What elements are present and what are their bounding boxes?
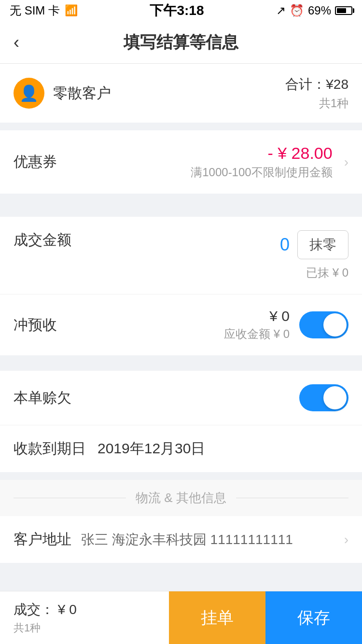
coupon-row[interactable]: 优惠券 - ¥ 28.00 满1000-100不限制使用金额 › [0, 130, 362, 194]
logistics-line-left [14, 498, 126, 498]
logistics-sep [0, 472, 362, 480]
battery-icon [335, 6, 352, 15]
wifi-icon: 📶 [65, 4, 78, 17]
prepay-row: 冲预收 ¥ 0 应收金额 ¥ 0 [0, 294, 362, 355]
status-left: 无 SIM 卡 📶 [10, 3, 78, 18]
debt-toggle-knob [323, 386, 347, 409]
coupon-label: 优惠券 [14, 152, 57, 172]
coupon-discount: - ¥ 28.00 [191, 144, 332, 163]
bottom-transaction-value: ¥ 0 [58, 602, 77, 617]
carrier-text: 无 SIM 卡 [10, 3, 60, 18]
bottom-bar: 成交： ¥ 0 共1种 挂单 保存 [0, 591, 362, 644]
prepay-receivable: 应收金额 ¥ 0 [224, 326, 290, 342]
date-row: 收款到期日 2019年12月30日 [0, 425, 362, 472]
avatar-icon: 👤 [19, 84, 39, 102]
logistics-title: 物流 & 其他信息 [136, 490, 226, 506]
chevron-right-icon: › [344, 154, 348, 170]
customer-total: 合计：¥28 [285, 75, 348, 94]
transaction-sub-row: 已抹 ¥ 0 [0, 259, 362, 294]
bottom-transaction-label: 成交： [14, 602, 54, 617]
round-zero-button[interactable]: 抹零 [297, 230, 348, 259]
coupon-card: 优惠券 - ¥ 28.00 满1000-100不限制使用金额 › [0, 130, 362, 194]
prepay-amount: ¥ 0 [224, 308, 290, 324]
customer-count: 共1种 [285, 96, 348, 111]
logistics-line-right [236, 498, 348, 498]
customer-name: 零散客户 [53, 84, 111, 103]
location-icon: ↗ [276, 4, 286, 17]
transaction-value: 0 [280, 235, 290, 255]
pending-button[interactable]: 挂单 [169, 591, 265, 644]
due-date-label: 收款到期日 [14, 439, 86, 459]
status-right: ↗ ⏰ 69% [276, 4, 352, 17]
transaction-section-sep [0, 201, 362, 209]
transaction-row: 成交金额 0 抹零 [0, 217, 362, 259]
bottom-count: 共1种 [14, 621, 155, 635]
address-row[interactable]: 客户地址 张三 海淀永丰科技园 11111111111 › [0, 516, 362, 563]
status-time: 下午3:18 [150, 1, 204, 20]
address-value: 张三 海淀永丰科技园 11111111111 [81, 531, 340, 549]
transaction-label: 成交金额 [14, 230, 71, 250]
toggle-knob [323, 313, 347, 336]
customer-row: 👤 零散客户 合计：¥28 共1种 [0, 64, 362, 123]
battery-percent: 69% [308, 4, 331, 17]
alarm-icon: ⏰ [290, 4, 304, 17]
debt-label: 本单赊欠 [14, 388, 71, 408]
page-title: 填写结算等信息 [124, 31, 238, 54]
status-bar: 无 SIM 卡 📶 下午3:18 ↗ ⏰ 69% [0, 0, 362, 21]
save-button[interactable]: 保存 [265, 591, 362, 644]
address-chevron-icon: › [344, 532, 348, 547]
coupon-description: 满1000-100不限制使用金额 [191, 165, 332, 180]
bottom-info: 成交： ¥ 0 共1种 [0, 591, 169, 644]
debt-section-sep [0, 363, 362, 371]
bottom-amount: 成交： ¥ 0 [14, 601, 155, 619]
debt-row: 本单赊欠 [0, 371, 362, 425]
prepay-label: 冲预收 [14, 315, 57, 335]
logistics-header: 物流 & 其他信息 [0, 480, 362, 516]
nav-bar: ‹ 填写结算等信息 [0, 21, 362, 64]
avatar: 👤 [14, 78, 44, 109]
transaction-section: 成交金额 0 抹零 已抹 ¥ 0 冲预收 ¥ 0 应收金额 ¥ 0 [0, 217, 362, 355]
address-label: 客户地址 [14, 530, 71, 549]
prepay-toggle[interactable] [299, 311, 348, 338]
content: 👤 零散客户 合计：¥28 共1种 优惠券 - ¥ 28.00 满1000-10… [0, 64, 362, 616]
debt-toggle[interactable] [299, 384, 348, 411]
back-button[interactable]: ‹ [14, 32, 19, 53]
due-date-value: 2019年12月30日 [97, 439, 205, 459]
debt-card: 本单赊欠 收款到期日 2019年12月30日 [0, 371, 362, 472]
deducted-label: 已抹 ¥ 0 [306, 265, 348, 280]
